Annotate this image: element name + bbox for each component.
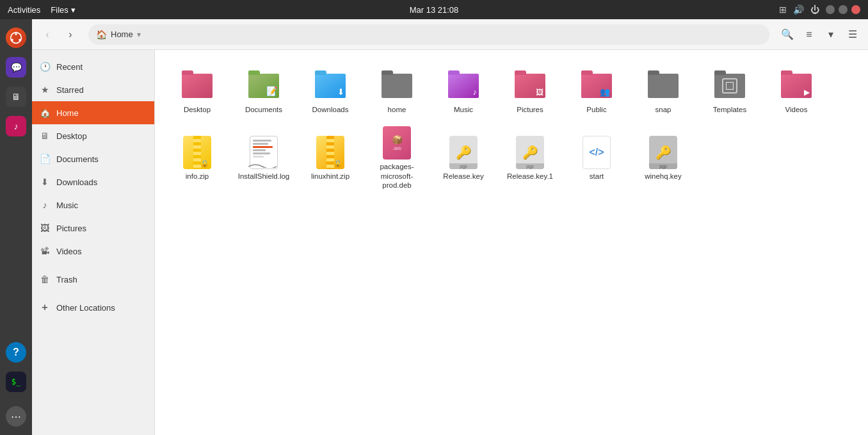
file-name-music: Music <box>454 105 473 115</box>
forward-button[interactable]: › <box>60 24 81 45</box>
file-item-documents[interactable]: 📝 Documents <box>232 60 296 124</box>
file-item-home[interactable]: home <box>365 60 429 124</box>
dock-item-ubuntu[interactable] <box>3 24 29 51</box>
sidebar-item-trash[interactable]: 🗑 Trash <box>32 268 154 291</box>
sidebar-other-locations-label: Other Locations <box>56 303 115 313</box>
music-sidebar-icon: ♪ <box>40 200 50 210</box>
file-icon-release-key-1: 🔑 pgp <box>515 137 545 168</box>
files-menu[interactable]: Files ▾ <box>51 5 75 15</box>
dock-item-monitor[interactable]: 🖥 <box>3 83 29 110</box>
sidebar: 🕐 Recent ★ Starred 🏠 Home 🖥 Desktop 📄 <box>32 50 155 435</box>
view-options-button[interactable]: ▾ <box>821 24 841 45</box>
file-item-downloads[interactable]: ⬇ Downloads <box>298 60 362 124</box>
downloads-sidebar-icon: ⬇ <box>40 177 50 187</box>
file-name-public: Public <box>586 105 606 115</box>
file-name-release-key-1: Release.key.1 <box>507 172 553 181</box>
file-name-installshield-log: InstallShield.log <box>238 172 290 181</box>
list-view-button[interactable]: ≡ <box>799 24 819 45</box>
sidebar-desktop-label: Desktop <box>56 131 87 141</box>
close-button[interactable]: ✕ <box>851 5 860 14</box>
sidebar-item-recent[interactable]: 🕐 Recent <box>32 55 154 78</box>
sidebar-item-documents[interactable]: 📄 Documents <box>32 147 154 170</box>
file-icon-home <box>382 70 412 101</box>
toolbar-right: 🔍 ≡ ▾ ☰ <box>777 24 863 45</box>
file-name-videos: Videos <box>785 105 808 115</box>
file-item-public[interactable]: 👥 Public <box>565 60 629 124</box>
location-bar[interactable]: 🏠 Home ▾ <box>88 24 769 45</box>
starred-icon: ★ <box>40 85 50 95</box>
file-icon-templates <box>714 70 745 101</box>
file-item-winehq-key[interactable]: 🔑 pgp winehq.key <box>631 127 695 191</box>
file-name-start: start <box>590 172 604 181</box>
file-name-deb: packages-microsoft-prod.deb <box>368 162 426 191</box>
file-icon-desktop <box>182 70 213 101</box>
files-menu-arrow: ▾ <box>71 5 76 15</box>
sidebar-item-starred[interactable]: ★ Starred <box>32 78 154 101</box>
sidebar-item-pictures[interactable]: 🖼 Pictures <box>32 217 154 240</box>
file-item-release-key-1[interactable]: 🔑 pgp Release.key.1 <box>498 127 562 191</box>
sidebar-downloads-label: Downloads <box>56 177 97 187</box>
app-window: 💬 🖥 ♪ ? $_ ⋯ ‹ › 🏠 Home ▾ <box>0 19 868 435</box>
file-item-snap[interactable]: snap <box>631 60 695 124</box>
file-item-music[interactable]: ♪ Music <box>431 60 495 124</box>
maximize-button[interactable]: □ <box>839 5 848 14</box>
file-item-deb[interactable]: 📦 .deb packages-microsoft-prod.deb <box>365 127 429 191</box>
terminal-icon: $_ <box>6 372 26 392</box>
other-locations-icon: + <box>40 302 50 313</box>
sidebar-item-videos[interactable]: 📽 Videos <box>32 240 154 263</box>
file-name-release-key: Release.key <box>443 172 483 181</box>
file-item-pictures[interactable]: 🖼 Pictures <box>498 60 562 124</box>
activities-button[interactable]: Activities <box>8 5 40 15</box>
file-item-info-zip[interactable]: 🔒 info.zip <box>165 127 229 191</box>
dock-item-music[interactable]: ♪ <box>3 113 29 140</box>
file-icon-winehq-key: 🔑 pgp <box>648 137 679 168</box>
ubuntu-icon <box>6 28 26 48</box>
file-icon-public: 👥 <box>581 70 612 101</box>
dock: 💬 🖥 ♪ ? $_ ⋯ <box>0 19 32 435</box>
location-text: Home <box>111 29 133 39</box>
file-name-downloads: Downloads <box>312 105 349 115</box>
sidebar-item-downloads[interactable]: ⬇ Downloads <box>32 170 154 193</box>
home-sidebar-icon: 🏠 <box>40 108 50 118</box>
dock-item-help[interactable]: ? <box>3 339 29 366</box>
file-icon-deb: 📦 .deb <box>382 127 412 158</box>
file-item-installshield-log[interactable]: InstallShield.log <box>232 127 296 191</box>
file-icon-info-zip: 🔒 <box>182 137 213 168</box>
sidebar-documents-label: Documents <box>56 154 99 164</box>
svg-point-3 <box>12 39 13 41</box>
file-icon-release-key: 🔑 pgp <box>448 137 479 168</box>
sidebar-item-desktop[interactable]: 🖥 Desktop <box>32 124 154 147</box>
search-button[interactable]: 🔍 <box>777 24 798 45</box>
file-item-release-key[interactable]: 🔑 pgp Release.key <box>431 127 495 191</box>
power-icon: ⏻ <box>810 4 819 15</box>
file-item-templates[interactable]: Templates <box>698 60 762 124</box>
network-icon: ⊞ <box>779 4 787 15</box>
file-name-info-zip: info.zip <box>186 172 209 181</box>
system-bar-right: ⊞ 🔊 ⏻ ─ □ ✕ <box>779 4 860 15</box>
file-name-pictures: Pictures <box>517 105 543 115</box>
file-name-linuxhint-zip: linuxhint.zip <box>311 172 350 181</box>
file-grid: Desktop 📝 Documents <box>155 50 868 435</box>
content-area: 🕐 Recent ★ Starred 🏠 Home 🖥 Desktop 📄 <box>32 50 868 435</box>
file-name-snap: snap <box>655 105 671 115</box>
pictures-sidebar-icon: 🖼 <box>40 223 50 233</box>
sidebar-recent-label: Recent <box>56 62 83 72</box>
volume-icon: 🔊 <box>793 4 804 15</box>
dock-item-apps[interactable]: ⋯ <box>3 403 29 430</box>
menu-button[interactable]: ☰ <box>842 24 863 45</box>
sidebar-item-home[interactable]: 🏠 Home <box>32 101 154 124</box>
file-item-linuxhint-zip[interactable]: 🔒 linuxhint.zip <box>298 127 362 191</box>
file-name-documents: Documents <box>245 105 282 115</box>
files-menu-label: Files <box>51 5 68 15</box>
file-item-desktop[interactable]: Desktop <box>165 60 229 124</box>
file-name-templates: Templates <box>713 105 746 115</box>
back-button[interactable]: ‹ <box>37 24 58 45</box>
dock-item-terminal[interactable]: $_ <box>3 368 29 395</box>
sidebar-item-other-locations[interactable]: + Other Locations <box>32 296 154 319</box>
dock-item-chat[interactable]: 💬 <box>3 54 29 81</box>
file-item-videos[interactable]: ▶ Videos <box>764 60 828 124</box>
sidebar-item-music[interactable]: ♪ Music <box>32 193 154 217</box>
system-bar: Activities Files ▾ Mar 13 21:08 ⊞ 🔊 ⏻ ─ … <box>0 0 868 19</box>
file-item-start[interactable]: </> start <box>565 127 629 191</box>
minimize-button[interactable]: ─ <box>826 5 835 14</box>
